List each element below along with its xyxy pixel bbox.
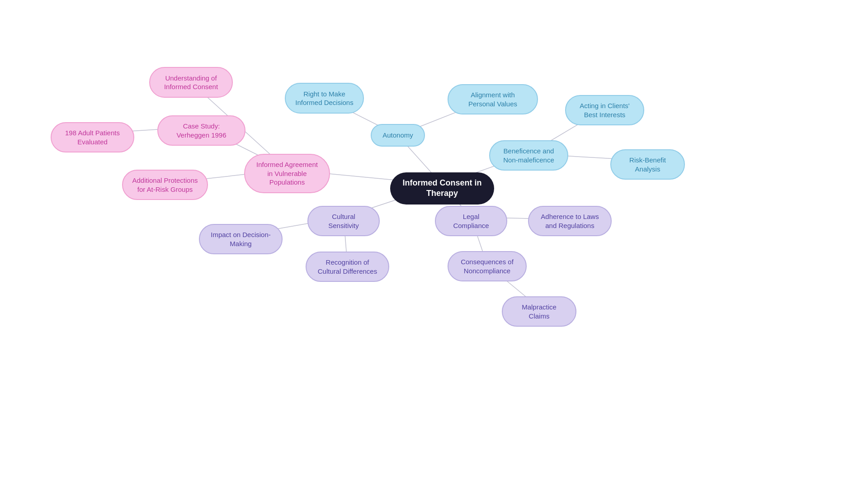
node-adherence_laws[interactable]: Adherence to Laws and Regulations: [528, 206, 612, 236]
node-informed_agreement[interactable]: Informed Agreement in Vulnerable Populat…: [244, 154, 330, 193]
node-consequences[interactable]: Consequences of Noncompliance: [448, 251, 527, 281]
connection-lines: [0, 0, 868, 490]
node-understanding[interactable]: Understanding of Informed Consent: [149, 67, 233, 98]
node-autonomy[interactable]: Autonomy: [371, 124, 425, 147]
node-additional_protections[interactable]: Additional Protections for At-Risk Group…: [122, 170, 208, 200]
node-impact_decision[interactable]: Impact on Decision-Making: [199, 224, 283, 254]
node-right_informed[interactable]: Right to Make Informed Decisions: [285, 83, 364, 114]
node-case_study[interactable]: Case Study: Verheggen 1996: [157, 115, 245, 146]
node-legal_compliance[interactable]: Legal Compliance: [435, 206, 507, 236]
node-beneficence[interactable]: Beneficence and Non-maleficence: [489, 140, 568, 171]
node-adult_patients[interactable]: 198 Adult Patients Evaluated: [51, 122, 134, 152]
mindmap-canvas: Informed Consent in TherapyAutonomyRight…: [0, 0, 868, 490]
node-center[interactable]: Informed Consent in Therapy: [390, 172, 494, 205]
node-risk_benefit[interactable]: Risk-Benefit Analysis: [610, 149, 685, 180]
node-alignment[interactable]: Alignment with Personal Values: [448, 84, 538, 114]
node-acting_best[interactable]: Acting in Clients' Best Interests: [565, 95, 644, 125]
node-cultural_sensitivity[interactable]: Cultural Sensitivity: [307, 206, 380, 236]
node-recognition_cultural[interactable]: Recognition of Cultural Differences: [306, 252, 389, 282]
node-malpractice[interactable]: Malpractice Claims: [502, 296, 576, 327]
